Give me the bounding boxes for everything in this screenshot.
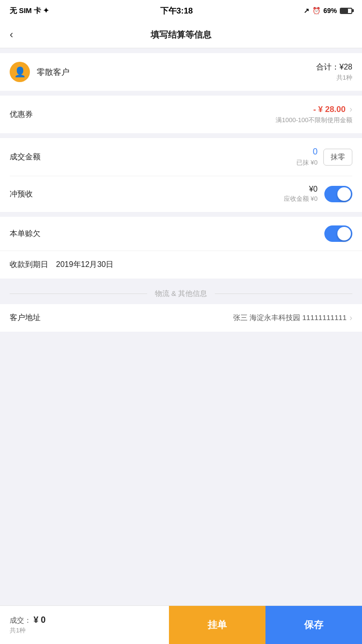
logistics-label: 物流 & 其他信息 [147, 289, 215, 298]
customer-section: 👤 零散客户 合计：¥28 共1种 [0, 53, 362, 91]
amount-row: 成交金额 0 已抹 ¥0 抹零 [10, 138, 352, 176]
debt-section: 本单赊欠 [0, 217, 362, 251]
status-left: 无 SIM 卡 ✦ [10, 6, 49, 15]
coupon-discount: - ¥ 28.00 [313, 105, 346, 114]
prereceive-right: ¥0 应收金额 ¥0 [284, 185, 352, 203]
sim-label: 无 SIM 卡 ✦ [10, 6, 49, 15]
battery-percent: 69% [323, 7, 337, 14]
prereceive-main: ¥0 [284, 185, 318, 194]
page-title: 填写结算等信息 [151, 29, 211, 41]
chevron-right-icon: › [349, 104, 352, 114]
avatar-icon: 👤 [14, 66, 26, 78]
coupon-section[interactable]: 优惠券 - ¥ 28.00 › 满1000-100不限制使用金额 [0, 96, 362, 133]
status-time: 下午3:18 [160, 5, 193, 16]
amount-label: 成交金额 [10, 152, 41, 162]
prereceive-label: 冲预收 [10, 189, 33, 199]
debt-toggle-knob [337, 227, 351, 240]
prereceive-amounts: ¥0 应收金额 ¥0 [284, 185, 318, 203]
amount-value: 0 [296, 147, 318, 157]
coupon-right: - ¥ 28.00 › 满1000-100不限制使用金额 [276, 104, 352, 125]
duedate-row: 收款到期日 2019年12月30日 [10, 260, 352, 270]
divider-line-right [215, 294, 352, 294]
address-value: 张三 海淀永丰科技园 11111111111 [233, 313, 347, 322]
customer-name: 零散客户 [37, 67, 70, 78]
round-off-button[interactable]: 抹零 [323, 149, 352, 166]
customer-right: 合计：¥28 共1种 [316, 62, 352, 82]
duedate-value: 2019年12月30日 [56, 260, 113, 270]
save-button[interactable]: 保存 [265, 606, 362, 644]
address-right: 张三 海淀永丰科技园 11111111111 › [233, 313, 352, 323]
bottom-deal-row: 成交： ¥ 0 [10, 615, 159, 625]
amount-sub: 已抹 ¥0 [296, 158, 318, 167]
prereceive-toggle[interactable] [324, 186, 352, 202]
bottom-deal-label: 成交： [10, 616, 31, 624]
transaction-section: 成交金额 0 已抹 ¥0 抹零 冲预收 ¥0 应收金额 ¥0 [0, 138, 362, 212]
bottom-bar: 成交： ¥ 0 共1种 挂单 保存 [0, 605, 362, 644]
customer-total: 合计：¥28 [316, 62, 352, 72]
address-label: 客户地址 [10, 313, 41, 323]
bottom-count: 共1种 [10, 626, 159, 635]
status-right: ↗ ⏰ 69% [304, 7, 352, 14]
bottom-left: 成交： ¥ 0 共1种 [0, 615, 169, 635]
duedate-label: 收款到期日 [10, 260, 48, 270]
logistics-divider: 物流 & 其他信息 [0, 283, 362, 304]
location-icon: ↗ [304, 7, 309, 14]
debt-label: 本单赊欠 [10, 229, 41, 239]
avatar: 👤 [10, 62, 30, 82]
prereceive-row: 冲预收 ¥0 应收金额 ¥0 [10, 176, 352, 212]
customer-left: 👤 零散客户 [10, 62, 70, 82]
divider-line-left [10, 294, 147, 294]
hold-button[interactable]: 挂单 [169, 606, 265, 644]
address-chevron-icon: › [349, 313, 352, 323]
coupon-label: 优惠券 [10, 110, 33, 120]
address-section[interactable]: 客户地址 张三 海淀永丰科技园 11111111111 › [0, 304, 362, 332]
toggle-knob [337, 187, 351, 201]
duedate-section: 收款到期日 2019年12月30日 [0, 251, 362, 279]
debt-toggle[interactable] [324, 225, 352, 242]
nav-bar: ‹ 填写结算等信息 [0, 21, 362, 48]
customer-count: 共1种 [316, 73, 352, 82]
status-bar: 无 SIM 卡 ✦ 下午3:18 ↗ ⏰ 69% [0, 0, 362, 21]
amount-right: 0 已抹 ¥0 抹零 [296, 147, 352, 167]
battery-icon [340, 8, 352, 14]
back-button[interactable]: ‹ [10, 28, 13, 41]
alarm-icon: ⏰ [312, 7, 320, 14]
content: 👤 零散客户 合计：¥28 共1种 优惠券 - ¥ 28.00 › 满1000-… [0, 53, 362, 370]
prereceive-sub: 应收金额 ¥0 [284, 195, 318, 203]
coupon-desc: 满1000-100不限制使用金额 [276, 116, 352, 125]
bottom-deal-amount: ¥ 0 [33, 615, 45, 625]
